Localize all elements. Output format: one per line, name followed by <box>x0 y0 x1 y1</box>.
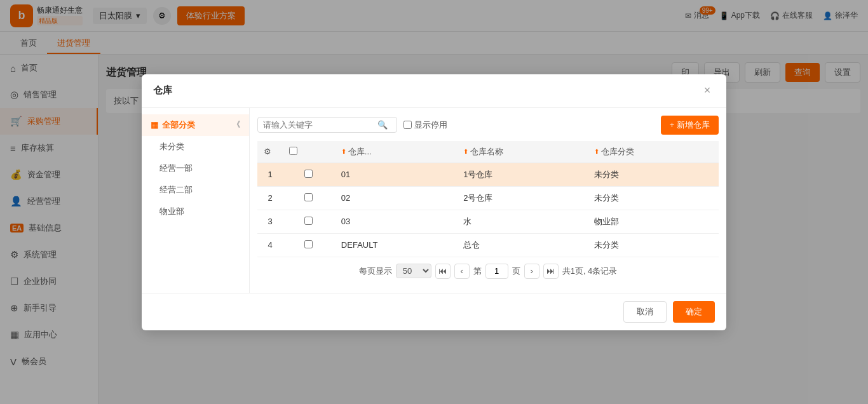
show-disabled-wrap: 显示停用 <box>403 119 447 131</box>
row-num: 2 <box>257 186 283 210</box>
row-num: 1 <box>257 163 283 186</box>
th-category: ⬆ 仓库分类 <box>588 141 719 163</box>
category-all[interactable]: ▦ 全部分类 《 <box>142 114 249 136</box>
category-unclassified[interactable]: 未分类 <box>142 136 249 158</box>
sort-icon-category: ⬆ <box>594 148 599 155</box>
pagination-row: 每页显示 50 20 100 ⏮ ‹ 第 页 › ⏭ 共1页, 4条记录 <box>257 257 719 285</box>
page-input[interactable] <box>485 264 508 279</box>
row-num: 3 <box>257 210 283 233</box>
table-body: 1 01 1号仓库 未分类 2 02 2号仓库 <box>257 163 719 257</box>
right-panel: 🔍 显示停用 + 新增仓库 ⚙ <box>250 108 726 293</box>
th-name: ⬆ 仓库名称 <box>457 141 588 163</box>
table-row[interactable]: 2 02 2号仓库 未分类 <box>257 186 719 210</box>
th-checkbox <box>283 141 335 163</box>
warehouse-modal: 仓库 × ▦ 全部分类 《 未分类 经营一部 经营二部 <box>142 74 726 330</box>
search-icon: 🔍 <box>377 120 388 130</box>
modal-header: 仓库 × <box>142 74 726 108</box>
table-row[interactable]: 3 03 水 物业部 <box>257 210 719 233</box>
sort-icon-name: ⬆ <box>463 148 468 155</box>
per-page-label: 每页显示 <box>359 266 392 277</box>
row-code: 03 <box>335 210 457 233</box>
modal-close-button[interactable]: × <box>700 83 715 98</box>
row-checkbox[interactable] <box>283 233 335 257</box>
modal-body: ▦ 全部分类 《 未分类 经营一部 经营二部 物业部 <box>142 108 726 293</box>
row-name: 1号仓库 <box>457 163 588 186</box>
page-suffix: 页 <box>512 266 520 277</box>
first-page-btn[interactable]: ⏮ <box>435 264 451 279</box>
modal-footer: 取消 确定 <box>142 293 726 330</box>
warehouse-table: ⚙ ⬆ 仓库... ⬆ <box>257 141 719 257</box>
sort-icon: ⬆ <box>341 148 346 155</box>
per-page-select[interactable]: 50 20 100 <box>396 264 431 278</box>
row-category: 未分类 <box>588 163 719 186</box>
row-num: 4 <box>257 233 283 257</box>
category-property[interactable]: 物业部 <box>142 201 249 222</box>
row-checkbox[interactable] <box>283 163 335 186</box>
row-checkbox[interactable] <box>283 210 335 233</box>
row-category: 物业部 <box>588 210 719 233</box>
row-category: 未分类 <box>588 233 719 257</box>
row-checkbox[interactable] <box>283 186 335 210</box>
search-input[interactable] <box>263 120 377 130</box>
category-all-label: 全部分类 <box>162 119 195 131</box>
table-header: ⚙ ⬆ 仓库... ⬆ <box>257 141 719 163</box>
row-code: DEFAULT <box>335 233 457 257</box>
row-category: 未分类 <box>588 186 719 210</box>
confirm-button[interactable]: 确定 <box>673 301 715 323</box>
row-name: 2号仓库 <box>457 186 588 210</box>
category-panel: ▦ 全部分类 《 未分类 经营一部 经营二部 物业部 <box>142 108 250 293</box>
show-disabled-checkbox[interactable] <box>403 121 412 129</box>
new-warehouse-button[interactable]: + 新增仓库 <box>661 116 719 135</box>
category-ops1[interactable]: 经营一部 <box>142 158 249 179</box>
page-label: 第 <box>473 266 482 277</box>
th-code-label: 仓库... <box>348 146 372 158</box>
prev-page-btn[interactable]: ‹ <box>454 264 470 279</box>
category-unclassified-label: 未分类 <box>159 142 184 151</box>
modal-title: 仓库 <box>153 84 172 97</box>
category-ops1-label: 经营一部 <box>159 163 193 173</box>
category-ops2-label: 经营二部 <box>159 185 193 194</box>
category-ops2[interactable]: 经营二部 <box>142 179 249 201</box>
th-name-label: 仓库名称 <box>470 146 503 158</box>
search-input-wrap[interactable]: 🔍 <box>257 117 397 133</box>
row-code: 01 <box>335 163 457 186</box>
total-info: 共1页, 4条记录 <box>562 266 618 277</box>
th-category-label: 仓库分类 <box>601 146 634 158</box>
row-code: 02 <box>335 186 457 210</box>
next-page-btn[interactable]: › <box>524 264 539 279</box>
cancel-button[interactable]: 取消 <box>623 301 667 323</box>
select-all-checkbox[interactable] <box>289 147 297 155</box>
row-name: 总仓 <box>457 233 588 257</box>
search-row: 🔍 显示停用 + 新增仓库 <box>257 116 719 135</box>
th-code: ⬆ 仓库... <box>335 141 457 163</box>
last-page-btn[interactable]: ⏭ <box>543 264 559 279</box>
collapse-icon[interactable]: 《 <box>233 119 240 130</box>
row-name: 水 <box>457 210 588 233</box>
category-property-label: 物业部 <box>159 206 184 216</box>
th-settings: ⚙ <box>257 141 283 163</box>
show-disabled-label: 显示停用 <box>414 119 447 131</box>
table-row[interactable]: 1 01 1号仓库 未分类 <box>257 163 719 186</box>
modal-overlay: 仓库 × ▦ 全部分类 《 未分类 经营一部 经营二部 <box>0 0 868 404</box>
table-container: ⚙ ⬆ 仓库... ⬆ <box>257 141 719 257</box>
table-row[interactable]: 4 DEFAULT 总仓 未分类 <box>257 233 719 257</box>
grid-icon: ▦ <box>151 120 158 130</box>
